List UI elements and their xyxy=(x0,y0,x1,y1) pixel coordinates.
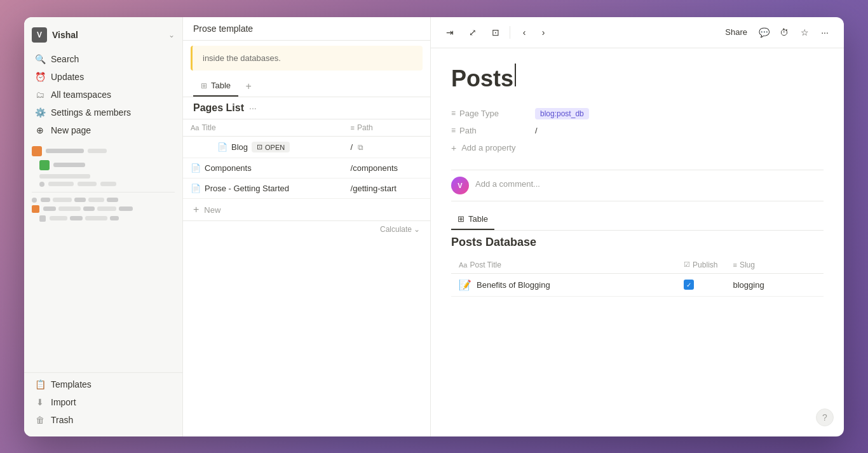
tab-table[interactable]: ⊞ Table xyxy=(193,76,238,97)
calculate-bar[interactable]: Calculate ⌄ xyxy=(183,220,430,238)
property-path: ≡ Path / xyxy=(451,122,824,139)
sidebar-item-new-page[interactable]: ⊕ New page xyxy=(27,121,180,139)
sidebar-item-settings[interactable]: ⚙️ Settings & members xyxy=(27,104,180,121)
sidebar-page-item-2[interactable] xyxy=(24,158,182,172)
info-banner: inside the databases. xyxy=(191,46,423,71)
sidebar-item-search[interactable]: 🔍 Search xyxy=(27,50,180,68)
posts-title-text: Posts xyxy=(451,65,513,92)
sidebar-page-item-4[interactable] xyxy=(24,180,182,188)
page-bar-4a xyxy=(48,182,74,186)
comment-input[interactable]: Add a comment... xyxy=(475,177,540,189)
page-doc-icon: 📄 xyxy=(217,142,227,152)
row-title-prose: Prose - Getting Started xyxy=(205,184,289,193)
page-bar-4c xyxy=(100,182,116,186)
page-type-value[interactable]: blog:post_db xyxy=(535,109,589,118)
path-value-prose: /getting-start xyxy=(351,184,397,193)
page-doc-icon-2: 📄 xyxy=(191,163,201,173)
sidebar-page-item-6[interactable] xyxy=(24,204,182,214)
sidebar-item-updates[interactable]: ⏰ Updates xyxy=(27,68,180,86)
new-page-icon: ⊕ xyxy=(34,125,46,136)
sidebar-item-teamspaces[interactable]: 🗂 All teamspaces xyxy=(27,86,180,104)
page-type-badge: blog:post_db xyxy=(535,108,589,119)
sidebar-page-item-1[interactable] xyxy=(24,144,182,158)
left-panel-header: Prose template xyxy=(183,17,430,41)
title-cell-components: 📄 Components xyxy=(183,158,343,179)
med-bar xyxy=(53,198,72,202)
row-drag-button[interactable]: ⋮⋮ xyxy=(203,142,214,152)
sub-bar4 xyxy=(110,216,119,220)
small-bar2 xyxy=(74,198,86,202)
sidebar-page-item-7[interactable] xyxy=(24,214,182,223)
s-bar3 xyxy=(119,206,133,211)
page-doc-icon-3: 📄 xyxy=(191,184,201,193)
db-tab-label: Table xyxy=(468,214,488,224)
post-title-cell: 📝 Benefits of Blogging xyxy=(451,273,676,296)
sidebar-page-item-3[interactable] xyxy=(24,172,182,180)
table-row[interactable]: 📄 Components /components xyxy=(183,158,430,179)
sidebar-item-templates[interactable]: 📋 Templates xyxy=(27,375,180,393)
page-bar-4b xyxy=(78,182,97,186)
sidebar-label-teamspaces: All teamspaces xyxy=(51,90,111,100)
help-button[interactable]: ? xyxy=(816,409,834,426)
row-title-components: Components xyxy=(205,163,252,173)
favorite-button[interactable]: ☆ xyxy=(796,24,813,41)
trash-icon: 🗑 xyxy=(34,414,46,426)
right-content: Posts ≡ Page Type blog:post_db xyxy=(431,48,844,436)
page-meta-bar xyxy=(88,149,107,153)
title-col-icon: Aa xyxy=(191,124,199,132)
table-row[interactable]: 📄 Prose - Getting Started /getting-start xyxy=(183,179,430,199)
posts-table-row[interactable]: 📝 Benefits of Blogging ✓ blogging xyxy=(451,273,824,296)
table-row[interactable]: + ⋮⋮ 📄 Blog ⊡ OPEN xyxy=(183,137,430,158)
slug-col-icon: ≡ xyxy=(733,261,736,269)
path-prop-value[interactable]: / xyxy=(535,126,538,135)
info-text: inside the databases. xyxy=(203,53,281,63)
sidebar-item-trash[interactable]: 🗑 Trash xyxy=(27,411,180,429)
new-row-button[interactable]: + New xyxy=(183,199,430,220)
path-value-components: /components xyxy=(351,163,398,173)
publish-cell[interactable]: ✓ xyxy=(676,273,725,296)
page-color-icon-orange xyxy=(32,146,42,156)
path-cell-components: /components xyxy=(343,158,430,179)
header-left-controls: ⇥ ⤢ ⊡ ‹ › xyxy=(441,24,552,41)
sub-bar xyxy=(50,216,67,220)
more-icon: ··· xyxy=(821,27,829,37)
sidebar-divider xyxy=(32,192,175,193)
next-page-button[interactable]: › xyxy=(534,24,552,41)
comment-icon: 💬 xyxy=(759,27,770,37)
add-property-row[interactable]: + Add a property xyxy=(451,139,824,157)
next-icon: › xyxy=(542,27,545,37)
pages-list-more-icon[interactable]: ··· xyxy=(249,103,257,113)
add-tab-button[interactable]: + xyxy=(241,79,256,94)
prev-icon: ‹ xyxy=(523,27,526,37)
history-button[interactable]: ⏱ xyxy=(775,24,793,41)
more-options-button[interactable]: ··· xyxy=(816,24,834,41)
layout-icon: ⊡ xyxy=(492,27,499,37)
header-right-icons: Share 💬 ⏱ ☆ ··· xyxy=(720,24,834,41)
collapse-sidebar-button[interactable]: ⇥ xyxy=(441,24,459,41)
open-button-blog[interactable]: ⊡ OPEN xyxy=(252,142,290,152)
prev-page-button[interactable]: ‹ xyxy=(515,24,533,41)
small-bar3 xyxy=(107,198,118,202)
copy-icon-blog[interactable]: ⧉ xyxy=(358,143,363,152)
import-icon: ⬇ xyxy=(34,396,46,408)
full-screen-button[interactable]: ⤢ xyxy=(464,24,482,41)
page-bar-3 xyxy=(39,174,90,179)
sidebar-label-search: Search xyxy=(51,54,79,64)
sidebar-item-import[interactable]: ⬇ Import xyxy=(27,393,180,411)
sidebar-page-item-5[interactable] xyxy=(24,196,182,204)
layout-button[interactable]: ⊡ xyxy=(487,24,505,41)
main-content: Prose template inside the databases. ⊞ T… xyxy=(183,17,844,436)
col-header-path: ≡ Path xyxy=(343,119,430,137)
row-add-button[interactable]: + xyxy=(191,142,201,152)
checkbox-checked-icon: ✓ xyxy=(684,280,694,290)
publish-col-icon: ☑ xyxy=(684,260,690,269)
comments-button[interactable]: 💬 xyxy=(755,24,773,41)
path-cell-prose: /getting-start xyxy=(343,179,430,199)
add-property-label: Add a property xyxy=(461,143,515,152)
db-tab-table[interactable]: ⊞ Table xyxy=(451,209,494,230)
workspace-header[interactable]: V Vishal ⌄ xyxy=(24,22,182,48)
sub-icon xyxy=(39,215,46,222)
share-button[interactable]: Share xyxy=(720,25,752,39)
teamspaces-icon: 🗂 xyxy=(34,89,46,100)
slug-cell: blogging xyxy=(725,273,824,296)
